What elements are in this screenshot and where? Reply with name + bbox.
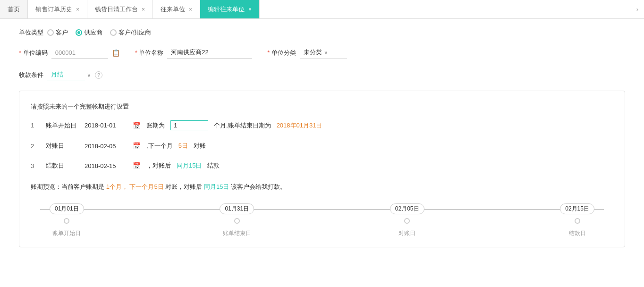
radio-supplier-circle bbox=[76, 29, 82, 36]
payment-select-group: 月结 ∨ bbox=[47, 68, 91, 81]
timeline-dot-2 bbox=[234, 218, 240, 224]
card-title: 请按照未来的一个完整帐期进行设置 bbox=[31, 102, 613, 111]
timeline-dot-4 bbox=[575, 218, 580, 224]
period-preview: 账期预览：当前客户账期是 1个月， 下一个月5日 对账，对账后 同月15日 该客… bbox=[31, 181, 613, 192]
tab-cash-work[interactable]: 钱货日清工作台 × bbox=[87, 0, 153, 18]
reconcile-prefix: ,下一个月 bbox=[146, 142, 173, 150]
timeline-label-2: 账单结束日 bbox=[223, 229, 251, 237]
unit-code-group: 单位编码 📋 bbox=[19, 47, 120, 59]
radio-customer-circle bbox=[47, 29, 54, 36]
unit-category-select[interactable]: 未分类 ∨ bbox=[300, 46, 347, 59]
row-num-1: 1 bbox=[31, 122, 40, 129]
start-date-cal-icon[interactable]: 📅 bbox=[133, 122, 141, 129]
radio-supplier[interactable]: 供应商 bbox=[76, 28, 102, 37]
unit-type-row: 单位类型 客户 供应商 客户/供应商 bbox=[19, 28, 625, 37]
preview-label: 账期预览：当前客户账期是 bbox=[31, 183, 104, 190]
preview-part2: 下一个月5日 bbox=[129, 183, 163, 190]
timeline-date-3: 02月05日 bbox=[390, 203, 424, 214]
radio-both-label: 客户/供应商 bbox=[119, 28, 151, 37]
timeline-label-3: 对账日 bbox=[398, 229, 415, 237]
tab-partner-unit[interactable]: 往来单位 × bbox=[153, 0, 200, 18]
timeline-nodes: 01月01日 账单开始日 01月31日 账单结束日 02月05日 对账日 02月… bbox=[50, 203, 594, 237]
radio-both[interactable]: 客户/供应商 bbox=[110, 28, 151, 37]
tab-edit-label: 编辑往来单位 bbox=[208, 5, 245, 14]
unit-name-input[interactable] bbox=[167, 47, 252, 59]
timeline-node-1: 01月01日 账单开始日 bbox=[50, 203, 84, 237]
tab-edit-partner[interactable]: 编辑往来单位 × bbox=[200, 0, 260, 18]
reconcile-day-highlight: 5日 bbox=[178, 142, 188, 150]
timeline-date-2: 01月31日 bbox=[220, 203, 254, 214]
row-label-1: 账单开始日 bbox=[46, 121, 79, 130]
tab-sales-close[interactable]: × bbox=[76, 7, 79, 12]
tab-sales-label: 销售订单历史 bbox=[35, 5, 72, 14]
unit-type-group: 单位类型 客户 供应商 客户/供应商 bbox=[19, 28, 151, 37]
reconcile-suffix: 对账 bbox=[194, 142, 206, 150]
preview-end: 该客户会给我打款。 bbox=[231, 183, 286, 190]
billing-card: 请按照未来的一个完整帐期进行设置 1 账单开始日 2018-01-01 📅 账期… bbox=[19, 91, 625, 247]
tab-more-chevron: › bbox=[636, 6, 638, 13]
unit-category-chevron: ∨ bbox=[324, 49, 328, 56]
tab-more-button[interactable]: › bbox=[631, 0, 644, 18]
tab-cash-close[interactable]: × bbox=[142, 7, 145, 12]
row-label-3: 结款日 bbox=[46, 161, 79, 170]
payment-group: 收款条件 月结 ∨ ? bbox=[19, 68, 102, 81]
period-input[interactable] bbox=[170, 120, 208, 130]
timeline-date-1: 01月01日 bbox=[50, 203, 84, 214]
tab-edit-close[interactable]: × bbox=[248, 7, 252, 12]
payment-select[interactable]: 月结 bbox=[47, 68, 85, 81]
payment-date-suffix: 结款 bbox=[207, 161, 220, 170]
main-content: 单位类型 客户 供应商 客户/供应商 单位编码 📋 bbox=[0, 19, 644, 287]
reconcile-row: 2 对账日 2018-02-05 📅 ,下一个月5日 对账 bbox=[31, 142, 613, 150]
timeline-node-3: 02月05日 对账日 bbox=[390, 203, 424, 237]
payment-row: 收款条件 月结 ∨ ? bbox=[19, 68, 625, 81]
tab-home-label: 首页 bbox=[8, 5, 20, 14]
radio-customer[interactable]: 客户 bbox=[47, 28, 68, 37]
payment-date-row: 3 结款日 2018-02-15 📅 ，对账后 同月15日 结款 bbox=[31, 161, 613, 170]
preview-mid: 对账，对账后 bbox=[165, 183, 202, 190]
billing-start-row: 1 账单开始日 2018-01-01 📅 账期为 个月,账单结束日期为 2018… bbox=[31, 120, 613, 130]
timeline-date-4: 02月15日 bbox=[560, 203, 594, 214]
unit-category-label: 单位分类 bbox=[267, 49, 296, 57]
payment-date-cal-icon[interactable]: 📅 bbox=[133, 162, 141, 169]
unit-code-icon[interactable]: 📋 bbox=[112, 49, 120, 57]
preview-part3: 同月15日 bbox=[204, 183, 229, 190]
tab-partner-close[interactable]: × bbox=[189, 7, 192, 12]
timeline-node-2: 01月31日 账单结束日 bbox=[220, 203, 254, 237]
timeline-label-4: 结款日 bbox=[569, 229, 586, 237]
unit-name-label: 单位名称 bbox=[135, 49, 164, 57]
payment-value: 月结 bbox=[51, 71, 63, 78]
radio-supplier-label: 供应商 bbox=[84, 28, 102, 37]
unit-code-input[interactable] bbox=[51, 47, 108, 59]
timeline-dot-3 bbox=[404, 218, 410, 224]
radio-both-circle bbox=[110, 29, 117, 36]
reconcile-date-value: 2018-02-05 bbox=[85, 143, 127, 150]
payment-day-highlight: 同月15日 bbox=[177, 161, 202, 170]
row-num-2: 2 bbox=[31, 143, 40, 150]
period-suffix: 个月,账单结束日期为 bbox=[214, 121, 271, 130]
unit-category-group: 单位分类 未分类 ∨ bbox=[267, 46, 347, 59]
timeline-label-1: 账单开始日 bbox=[52, 229, 81, 237]
help-icon[interactable]: ? bbox=[95, 71, 102, 79]
payment-chevron: ∨ bbox=[87, 72, 91, 78]
row-label-2: 对账日 bbox=[46, 142, 79, 150]
tab-bar: 首页 销售订单历史 × 钱货日清工作台 × 往来单位 × 编辑往来单位 × › bbox=[0, 0, 644, 19]
payment-label: 收款条件 bbox=[19, 71, 43, 79]
timeline-dot-1 bbox=[64, 218, 69, 224]
unit-info-row: 单位编码 📋 单位名称 单位分类 未分类 ∨ bbox=[19, 46, 625, 59]
timeline-wrapper: 01月01日 账单开始日 01月31日 账单结束日 02月05日 对账日 02月… bbox=[31, 203, 613, 237]
unit-code-label: 单位编码 bbox=[19, 49, 48, 57]
payment-date-prefix: ，对账后 bbox=[146, 161, 171, 170]
tab-home[interactable]: 首页 bbox=[0, 0, 28, 18]
unit-category-value: 未分类 bbox=[304, 48, 322, 57]
preview-part1: 1个月， bbox=[106, 183, 128, 190]
payment-date-value: 2018-02-15 bbox=[85, 162, 127, 169]
timeline-node-4: 02月15日 结款日 bbox=[560, 203, 594, 237]
row-num-3: 3 bbox=[31, 162, 40, 169]
period-prefix: 账期为 bbox=[146, 121, 165, 130]
reconcile-date-cal-icon[interactable]: 📅 bbox=[133, 142, 141, 150]
tab-partner-label: 往来单位 bbox=[161, 5, 185, 14]
radio-group: 客户 供应商 客户/供应商 bbox=[47, 28, 151, 37]
radio-customer-label: 客户 bbox=[56, 28, 68, 37]
end-date-highlight: 2018年01月31日 bbox=[277, 121, 322, 130]
tab-sales-history[interactable]: 销售订单历史 × bbox=[28, 0, 87, 18]
